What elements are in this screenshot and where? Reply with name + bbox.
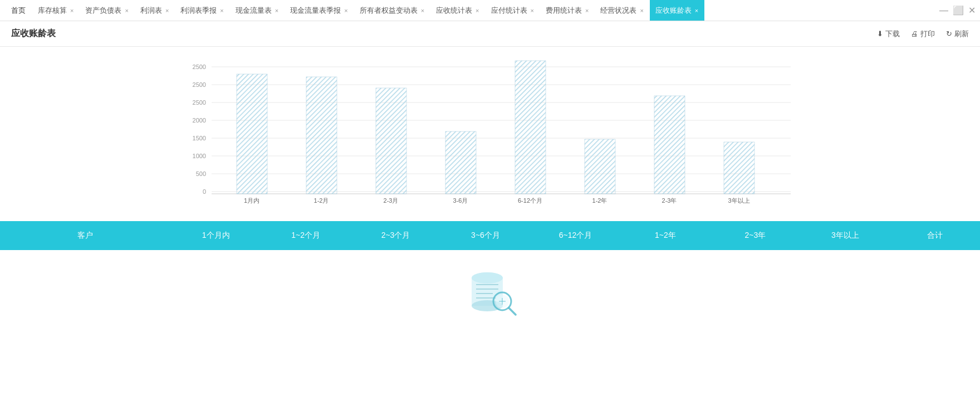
tab-close-equity[interactable]: × xyxy=(421,7,424,14)
svg-rect-24 xyxy=(585,139,615,194)
svg-rect-22 xyxy=(445,131,476,194)
tab-balance[interactable]: 资产负债表 × xyxy=(80,0,134,21)
svg-text:3年以上: 3年以上 xyxy=(728,197,749,204)
svg-point-38 xyxy=(472,272,503,283)
svg-rect-26 xyxy=(724,142,754,194)
svg-line-45 xyxy=(509,308,516,315)
svg-text:1-2年: 1-2年 xyxy=(592,197,607,204)
header-actions: ⬇ 下载 🖨 打印 ↻ 刷新 xyxy=(877,29,969,39)
download-icon: ⬇ xyxy=(877,30,883,38)
svg-text:2-3年: 2-3年 xyxy=(662,197,677,204)
col-1-2month: 1~2个月 xyxy=(261,231,350,241)
tab-close-cashflow-quarterly[interactable]: × xyxy=(344,7,347,14)
col-3plus-year: 3年以上 xyxy=(800,231,890,241)
tab-close-operations[interactable]: × xyxy=(640,7,643,14)
tab-home[interactable]: 首页 xyxy=(4,6,32,16)
empty-illustration xyxy=(457,267,523,322)
svg-text:500: 500 xyxy=(196,170,206,177)
svg-text:1-2月: 1-2月 xyxy=(314,197,329,204)
tab-close-inventory[interactable]: × xyxy=(70,7,74,14)
tab-close-ar-aging[interactable]: × xyxy=(695,7,698,14)
empty-state xyxy=(0,250,980,322)
tab-operations[interactable]: 经营状况表 × xyxy=(595,0,649,21)
col-2-3month: 2~3个月 xyxy=(351,231,440,241)
svg-text:2500: 2500 xyxy=(193,81,206,88)
page-title: 应收账龄表 xyxy=(11,28,56,40)
col-2-3year: 2~3年 xyxy=(710,231,800,241)
tab-cashflow[interactable]: 现金流量表 × xyxy=(230,0,285,21)
tab-close-expense-stats[interactable]: × xyxy=(585,7,589,14)
svg-rect-23 xyxy=(515,61,546,194)
refresh-icon: ↻ xyxy=(946,30,952,38)
tab-profit-quarterly[interactable]: 利润表季报 × xyxy=(175,0,229,21)
main-content: 2500 2500 2500 2000 1500 1000 500 0 xyxy=(0,47,980,401)
minimize-icon[interactable]: — xyxy=(939,6,948,16)
tab-ar-stats[interactable]: 应收统计表 × xyxy=(430,0,485,21)
tab-close-cashflow[interactable]: × xyxy=(275,7,278,14)
maximize-icon[interactable]: ⬜ xyxy=(953,5,964,16)
tab-close-profit[interactable]: × xyxy=(165,7,169,14)
table-header: 客户 1个月内 1~2个月 2~3个月 3~6个月 6~12个月 1~2年 2~… xyxy=(0,221,980,250)
tab-expense-stats[interactable]: 费用统计表 × xyxy=(540,0,595,21)
col-1month: 1个月内 xyxy=(171,231,261,241)
tab-close-profit-quarterly[interactable]: × xyxy=(220,7,223,14)
col-1-2year: 1~2年 xyxy=(620,231,710,241)
print-icon: 🖨 xyxy=(911,30,918,38)
svg-text:0: 0 xyxy=(203,188,206,195)
page-header: 应收账龄表 ⬇ 下载 🖨 打印 ↻ 刷新 xyxy=(0,21,980,47)
svg-text:2-3月: 2-3月 xyxy=(384,197,399,204)
tab-ap-stats[interactable]: 应付统计表 × xyxy=(486,0,540,21)
tab-bar-actions: — ⬜ ✕ xyxy=(939,5,976,16)
svg-text:2500: 2500 xyxy=(193,99,206,106)
tab-equity[interactable]: 所有者权益变动表 × xyxy=(354,0,430,21)
bar-chart: 2500 2500 2500 2000 1500 1000 500 0 xyxy=(17,58,963,214)
close-icon[interactable]: ✕ xyxy=(968,5,976,16)
download-button[interactable]: ⬇ 下载 xyxy=(877,29,900,39)
tab-cashflow-quarterly[interactable]: 现金流量表季报 × xyxy=(285,0,354,21)
col-customer: 客户 xyxy=(0,231,171,241)
col-3-6month: 3~6个月 xyxy=(440,231,530,241)
tab-bar: 首页 库存核算 × 资产负债表 × 利润表 × 利润表季报 × 现金流量表 × … xyxy=(0,0,980,21)
svg-text:3-6月: 3-6月 xyxy=(453,197,468,204)
svg-text:6-12个月: 6-12个月 xyxy=(518,197,542,204)
col-total: 合计 xyxy=(890,231,980,241)
tab-close-ar-stats[interactable]: × xyxy=(476,7,479,14)
tab-close-balance[interactable]: × xyxy=(125,7,128,14)
svg-rect-21 xyxy=(376,88,406,194)
print-button[interactable]: 🖨 打印 xyxy=(911,29,935,39)
tab-ar-aging[interactable]: 应收账龄表 × xyxy=(650,0,704,21)
svg-text:2000: 2000 xyxy=(193,117,206,124)
col-6-12month: 6~12个月 xyxy=(531,231,620,241)
tab-profit[interactable]: 利润表 × xyxy=(135,0,175,21)
svg-text:1000: 1000 xyxy=(193,153,206,159)
chart-wrapper: 2500 2500 2500 2000 1500 1000 500 0 xyxy=(17,58,963,216)
tab-inventory[interactable]: 库存核算 × xyxy=(32,0,80,21)
svg-text:1500: 1500 xyxy=(193,135,206,141)
chart-area: 2500 2500 2500 2000 1500 1000 500 0 xyxy=(0,47,980,221)
tab-close-ap-stats[interactable]: × xyxy=(531,7,534,14)
svg-rect-19 xyxy=(237,74,267,194)
svg-rect-20 xyxy=(306,77,337,194)
svg-text:1月内: 1月内 xyxy=(244,197,259,204)
svg-rect-25 xyxy=(654,96,685,194)
svg-text:2500: 2500 xyxy=(193,63,206,70)
refresh-button[interactable]: ↻ 刷新 xyxy=(946,29,969,39)
